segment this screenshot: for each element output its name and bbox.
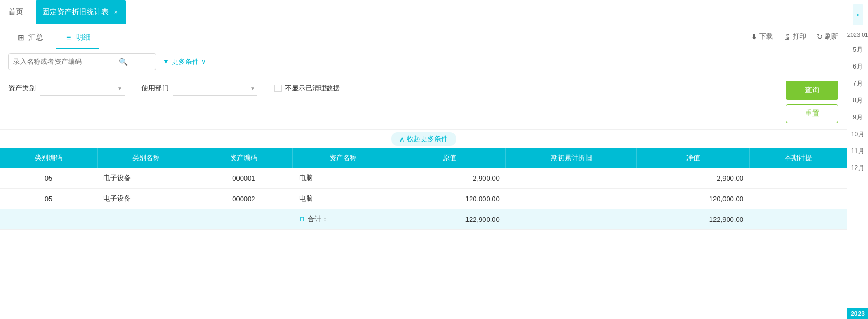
- collapse-label: 收起更多条件: [407, 134, 448, 144]
- cell-category-name: 电子设备: [97, 189, 195, 209]
- list-icon: ≡: [64, 33, 73, 42]
- table-container: 类别编码 类别名称 资产编码 资产名称 原值 期初累计折旧 净值 本期计提 05…: [0, 148, 847, 319]
- cell-asset-name: 电脑: [293, 189, 393, 209]
- asset-type-label: 资产类别: [8, 83, 36, 93]
- top-nav: 首页 固定资产折旧统计表 × ✕: [0, 0, 847, 24]
- total-net-value: 122,900.00: [637, 209, 750, 230]
- nav-tab-close-icon[interactable]: ×: [112, 8, 119, 16]
- reset-button[interactable]: 重置: [786, 104, 838, 123]
- filter-area: 资产类别 ▼ 使用部门: [0, 74, 847, 130]
- nav-home[interactable]: 首页: [8, 7, 23, 17]
- collapse-bar: ∧ 收起更多条件: [0, 130, 847, 148]
- download-icon: ⬇: [751, 33, 757, 41]
- refresh-label: 刷新: [825, 32, 838, 41]
- col-asset-name: 资产名称: [293, 148, 393, 168]
- cell-original-value: 120,000.00: [393, 189, 506, 209]
- filter-buttons: 查询 重置: [786, 81, 838, 123]
- collapse-icon: ∧: [399, 135, 405, 143]
- query-button[interactable]: 查询: [786, 81, 838, 100]
- tab-summary-label: 汇总: [28, 33, 43, 42]
- cell-current-depr: [750, 189, 847, 209]
- cell-net-value: 120,000.00: [637, 189, 750, 209]
- toolbar: ⬇ 下载 🖨 打印 ↻ 刷新: [743, 27, 847, 45]
- content-area: ⊞ 汇总 ≡ 明细 ⬇ 下载 🖨 打印 ↻ 刷: [0, 24, 847, 319]
- month-9[interactable]: 9月: [848, 110, 867, 125]
- total-label-text: 🗒 合计：: [293, 209, 393, 230]
- filter-row-1: 资产类别 ▼ 使用部门: [8, 81, 777, 96]
- col-accum-depr: 期初累计折旧: [506, 148, 637, 168]
- cell-asset-code: 000001: [195, 168, 292, 189]
- no-cleared-label: 不显示已清理数据: [285, 83, 340, 93]
- cell-original-value: 2,900.00: [393, 168, 506, 189]
- asset-type-select[interactable]: [40, 81, 125, 96]
- print-label: 打印: [793, 32, 806, 41]
- right-sidebar: › 2023.01 5月 6月 7月 8月 9月 10月 11月 12月 202…: [847, 0, 868, 319]
- department-select-wrapper: ▼: [173, 81, 257, 96]
- print-btn[interactable]: 🖨 打印: [784, 32, 806, 41]
- month-10[interactable]: 10月: [848, 127, 867, 142]
- nav-tab-active[interactable]: 固定资产折旧统计表 ×: [36, 0, 126, 24]
- no-cleared-checkbox-wrapper[interactable]: 不显示已清理数据: [274, 83, 340, 93]
- cell-asset-name: 电脑: [293, 168, 393, 189]
- col-asset-code: 资产编码: [195, 148, 292, 168]
- refresh-btn[interactable]: ↻ 刷新: [817, 32, 838, 41]
- date-label: 2023.01: [847, 32, 868, 38]
- col-category-code: 类别编码: [0, 148, 97, 168]
- download-btn[interactable]: ⬇ 下载: [751, 32, 773, 41]
- sub-tabs: ⊞ 汇总 ≡ 明细: [0, 24, 743, 49]
- sidebar-expand-btn[interactable]: ›: [853, 4, 863, 25]
- cell-asset-code: 000002: [195, 189, 292, 209]
- department-label: 使用部门: [141, 83, 169, 93]
- layers-icon: ⊞: [17, 33, 25, 42]
- month-12[interactable]: 12月: [848, 161, 867, 175]
- search-input-wrapper: 🔍: [8, 53, 156, 70]
- collapse-btn[interactable]: ∧ 收起更多条件: [391, 132, 456, 146]
- refresh-icon: ↻: [817, 33, 823, 41]
- filter-asset-type: 资产类别 ▼: [8, 81, 125, 96]
- total-accum-depr: [506, 209, 637, 230]
- nav-tab-label: 固定资产折旧统计表: [42, 7, 109, 17]
- department-select[interactable]: [173, 81, 257, 96]
- month-5[interactable]: 5月: [848, 42, 867, 57]
- tab-detail[interactable]: ≡ 明细: [56, 27, 99, 49]
- month-7[interactable]: 7月: [848, 76, 867, 91]
- total-label: [0, 209, 293, 230]
- search-icon[interactable]: 🔍: [119, 58, 128, 66]
- download-label: 下载: [759, 32, 773, 41]
- search-input[interactable]: [13, 58, 119, 65]
- more-filter-btn[interactable]: ▼ 更多条件 ∨: [163, 57, 206, 67]
- col-original-value: 原值: [393, 148, 506, 168]
- cell-category-code: 05: [0, 189, 97, 209]
- cell-accum-depr: [506, 168, 637, 189]
- cell-category-code: 05: [0, 168, 97, 189]
- month-6[interactable]: 6月: [848, 59, 867, 74]
- data-table: 类别编码 类别名称 资产编码 资产名称 原值 期初累计折旧 净值 本期计提 05…: [0, 148, 847, 230]
- cell-accum-depr: [506, 189, 637, 209]
- chevron-down-icon: ∨: [201, 58, 206, 65]
- asset-type-select-wrapper: ▼: [40, 81, 125, 96]
- col-current-depr: 本期计提: [750, 148, 847, 168]
- table-row[interactable]: 05 电子设备 000002 电脑 120,000.00 120,000.00: [0, 189, 847, 209]
- cell-net-value: 2,900.00: [637, 168, 750, 189]
- table-row[interactable]: 05 电子设备 000001 电脑 2,900.00 2,900.00: [0, 168, 847, 189]
- total-original-value: 122,900.00: [393, 209, 506, 230]
- filter-department: 使用部门 ▼: [141, 81, 257, 96]
- col-category-name: 类别名称: [97, 148, 195, 168]
- tab-detail-label: 明细: [76, 33, 91, 42]
- table-total-row: 🗒 合计： 122,900.00 122,900.00: [0, 209, 847, 230]
- no-cleared-checkbox[interactable]: [274, 85, 282, 92]
- table-header-row: 类别编码 类别名称 资产编码 资产名称 原值 期初累计折旧 净值 本期计提: [0, 148, 847, 168]
- search-bar: 🔍 ▼ 更多条件 ∨: [0, 49, 847, 74]
- year-badge: 2023: [847, 308, 868, 319]
- col-net-value: 净值: [637, 148, 750, 168]
- month-11[interactable]: 11月: [848, 144, 867, 158]
- tab-summary[interactable]: ⊞ 汇总: [8, 27, 52, 49]
- more-filter-label: 更多条件: [171, 57, 199, 67]
- print-icon: 🖨: [784, 33, 790, 41]
- month-8[interactable]: 8月: [848, 93, 867, 108]
- cell-category-name: 电子设备: [97, 168, 195, 189]
- cell-current-depr: [750, 168, 847, 189]
- sidebar-expand-icon: ›: [857, 11, 859, 18]
- total-current-depr: [750, 209, 847, 230]
- filter-icon: ▼: [163, 58, 169, 65]
